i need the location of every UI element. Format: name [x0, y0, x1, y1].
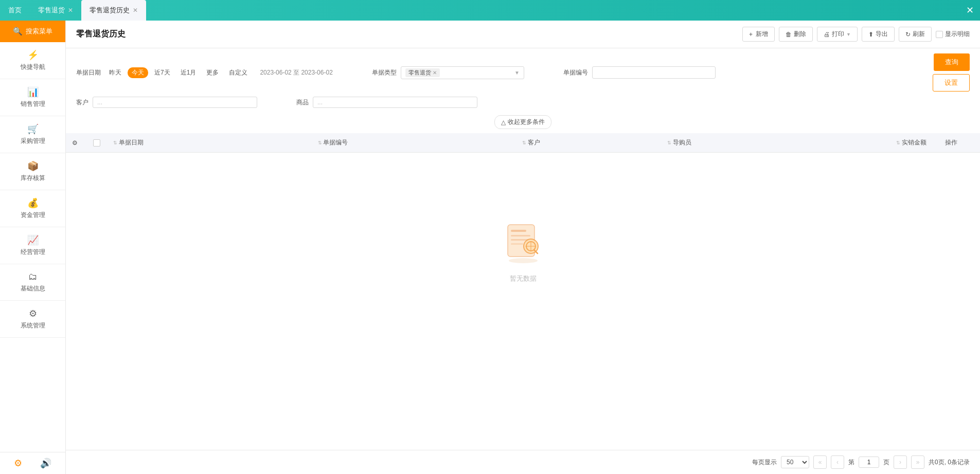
doc-type-filter: 单据类型 零售退货 ✕ ▼ — [372, 66, 524, 79]
purchase-icon: 🛒 — [27, 123, 39, 135]
sidebar-item-basic-info[interactable]: 🗂 基础信息 — [0, 264, 65, 301]
add-button[interactable]: + 新增 — [742, 27, 775, 42]
print-button[interactable]: 🖨 打印 ▼ — [817, 27, 858, 42]
tab-list: 首页 零售退货 ✕ 零售退货历史 ✕ — [0, 0, 959, 21]
th-date[interactable]: ⇅ 单据日期 — [107, 133, 312, 153]
query-button[interactable]: 查询 — [934, 53, 970, 71]
page-input[interactable] — [859, 457, 879, 468]
show-detail-checkbox[interactable] — [936, 31, 943, 38]
empty-text: 暂无数据 — [510, 274, 537, 283]
sidebar-item-finance[interactable]: 💰 资金管理 — [0, 190, 65, 227]
next-page-button[interactable]: › — [894, 455, 907, 469]
first-page-button[interactable]: « — [813, 455, 827, 469]
date-opt-1month[interactable]: 近1月 — [176, 67, 201, 78]
customer-filter: 客户 ... — [76, 97, 257, 108]
page-size-label: 每页显示 — [752, 458, 777, 467]
tab-retail-return[interactable]: 零售退货 ✕ — [30, 0, 81, 21]
export-button[interactable]: ⬆ 导出 — [862, 27, 895, 42]
main-content: 零售退货历史 + 新增 🗑 删除 🖨 打印 ▼ — [66, 21, 980, 474]
product-label: 商品 — [296, 98, 309, 107]
filter-section: 单据日期 昨天 今天 近7天 近1月 更多 自定义 2023-06-02 至 2… — [66, 48, 980, 133]
tab-retail-return-history[interactable]: 零售退货历史 ✕ — [81, 0, 146, 21]
page-label-before: 第 — [848, 458, 854, 467]
set-button[interactable]: 设置 — [933, 74, 970, 92]
doc-type-label: 单据类型 — [372, 68, 397, 77]
date-opt-custom[interactable]: 自定义 — [225, 67, 252, 78]
add-icon: + — [749, 31, 753, 38]
export-icon: ⬆ — [868, 31, 874, 38]
date-range-display: 2023-06-02 至 2023-06-02 — [260, 68, 332, 77]
sidebar-item-sales[interactable]: 📊 销售管理 — [0, 79, 65, 116]
tab-close-retail-return[interactable]: ✕ — [68, 7, 73, 14]
svg-rect-2 — [511, 230, 526, 232]
last-page-button[interactable]: » — [911, 455, 924, 469]
print-icon: 🖨 — [824, 31, 830, 38]
delete-button[interactable]: 🗑 删除 — [779, 27, 813, 42]
sidebar-item-label: 快捷导航 — [21, 63, 45, 71]
tab-home[interactable]: 首页 — [0, 0, 30, 21]
sidebar-item-purchase[interactable]: 🛒 采购管理 — [0, 116, 65, 153]
table-wrapper: ⚙ ⇅ 单据日期 ⇅ 单据编号 — [66, 133, 980, 450]
window-close-button[interactable]: ✕ — [959, 0, 980, 21]
main-layout: 🔍 搜索菜单 ⚡ 快捷导航 📊 销售管理 🛒 采购管理 📦 库存核算 💰 — [0, 21, 980, 474]
customer-label: 客户 — [76, 98, 88, 107]
sidebar-item-inventory[interactable]: 📦 库存核算 — [0, 153, 65, 190]
doc-number-label: 单据编号 — [563, 68, 588, 77]
settings-bottom-icon[interactable]: ⚙ — [14, 458, 22, 469]
prev-page-button[interactable]: ‹ — [831, 455, 844, 469]
basic-info-icon: 🗂 — [28, 271, 38, 282]
empty-state: 暂无数据 — [66, 184, 980, 314]
th-customer[interactable]: ⇅ 客户 — [516, 133, 661, 153]
sort-icon-guide: ⇅ — [667, 140, 673, 145]
sidebar-item-quick-nav[interactable]: ⚡ 快捷导航 — [0, 42, 65, 79]
sidebar-item-label: 采购管理 — [21, 137, 45, 145]
doc-number-filter: 单据编号 — [563, 66, 716, 79]
th-number[interactable]: ⇅ 单据编号 — [312, 133, 516, 153]
doc-type-tag-close[interactable]: ✕ — [433, 70, 437, 76]
refresh-button[interactable]: ↻ 刷新 — [899, 27, 932, 42]
sidebar-bottom: ⚙ 🔊 — [0, 452, 65, 474]
sidebar-item-operations[interactable]: 📈 经营管理 — [0, 227, 65, 264]
operations-icon: 📈 — [27, 234, 39, 246]
inventory-icon: 📦 — [27, 160, 39, 172]
date-opt-7days[interactable]: 近7天 — [150, 67, 174, 78]
select-all-checkbox[interactable] — [93, 139, 100, 147]
table-body: 暂无数据 — [66, 153, 980, 356]
date-filter: 单据日期 昨天 今天 近7天 近1月 更多 自定义 — [76, 67, 252, 78]
pagination: 每页显示 50 20 100 « ‹ 第 页 › » 共0页, 0条记录 — [66, 450, 980, 474]
sidebar-search-label: 搜索菜单 — [26, 27, 52, 36]
date-opt-today[interactable]: 今天 — [128, 67, 148, 78]
date-options: 昨天 今天 近7天 近1月 更多 自定义 — [105, 67, 252, 78]
th-settings[interactable]: ⚙ — [66, 133, 86, 153]
doc-type-input[interactable]: 零售退货 ✕ ▼ — [401, 66, 524, 79]
sidebar-search[interactable]: 🔍 搜索菜单 — [0, 21, 65, 42]
product-input[interactable]: ... — [313, 97, 477, 108]
next-page-icon: › — [899, 459, 901, 466]
sort-icon-number: ⇅ — [318, 140, 324, 145]
tab-close-retail-return-history[interactable]: ✕ — [133, 7, 138, 14]
product-placeholder: ... — [317, 99, 323, 106]
th-checkbox[interactable] — [86, 133, 107, 153]
sidebar-item-system[interactable]: ⚙ 系统管理 — [0, 301, 65, 338]
th-guide[interactable]: ⇅ 导购员 — [661, 133, 836, 153]
doc-number-input[interactable] — [592, 66, 716, 79]
sidebar-nav: ⚡ 快捷导航 📊 销售管理 🛒 采购管理 📦 库存核算 💰 资金管理 📈 — [0, 42, 65, 452]
collapse-button[interactable]: △ 收起更多条件 — [494, 115, 551, 129]
settings-col-icon: ⚙ — [72, 139, 78, 147]
volume-icon[interactable]: 🔊 — [40, 458, 51, 469]
sidebar-item-label: 系统管理 — [21, 321, 45, 330]
last-page-icon: » — [916, 459, 920, 466]
sidebar-item-label: 销售管理 — [21, 100, 45, 108]
date-opt-more[interactable]: 更多 — [202, 67, 223, 78]
sales-icon: 📊 — [27, 86, 39, 98]
page-size-select[interactable]: 50 20 100 — [781, 456, 809, 468]
title-toolbar-row: 零售退货历史 + 新增 🗑 删除 🖨 打印 ▼ — [76, 27, 970, 42]
empty-icon — [497, 214, 549, 266]
customer-placeholder: ... — [97, 99, 102, 106]
th-action: 操作 — [939, 133, 980, 153]
data-table: ⚙ ⇅ 单据日期 ⇅ 单据编号 — [66, 133, 980, 355]
search-icon: 🔍 — [13, 27, 23, 36]
date-opt-yesterday[interactable]: 昨天 — [105, 67, 126, 78]
th-amount[interactable]: ⇅ 实销金额 — [836, 133, 939, 153]
customer-input[interactable]: ... — [93, 97, 257, 108]
